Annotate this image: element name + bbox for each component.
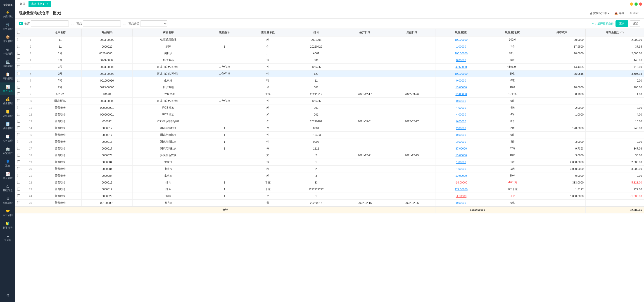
row-checkbox[interactable] [17, 65, 20, 68]
maximize-button[interactable] [634, 3, 638, 6]
sidebar-item-new-guide[interactable]: 🔰 新手引导 [0, 219, 16, 232]
cell-qty-main[interactable]: 0.00000 [435, 57, 487, 64]
sidebar-item-ops[interactable]: 📈 经营管理 [0, 170, 16, 182]
row-checkbox[interactable] [17, 113, 20, 116]
row-checkbox[interactable] [17, 188, 20, 191]
row-checkbox[interactable] [17, 86, 20, 89]
sidebar-item-wholesale[interactable]: 📦 批发管理 [0, 33, 16, 45]
cell-qty-main[interactable]: -16.00000 [435, 179, 487, 186]
row-checkbox[interactable] [17, 161, 20, 163]
row-checkbox[interactable] [17, 174, 20, 177]
row-checkbox[interactable] [17, 79, 20, 82]
cell-qty-main[interactable]: 10.00000 [435, 152, 487, 159]
table-row: 17 普普粉仓 0000017 测试电筒批次 1 件 1111 87.00000… [16, 145, 644, 152]
row-checkbox[interactable] [17, 147, 20, 150]
cell-qty-main[interactable]: 100.00000 [435, 70, 487, 77]
filter-expand-arrow[interactable]: ▶ [19, 22, 22, 25]
sidebar-item-quick-nav[interactable]: ⚡ 快捷导航 [0, 8, 16, 20]
row-checkbox[interactable] [17, 201, 20, 204]
row-checkbox[interactable] [17, 167, 20, 170]
row-checkbox[interactable] [17, 133, 20, 136]
row-checkbox[interactable] [17, 58, 20, 61]
cell-qty-main[interactable]: 4.00000 [435, 111, 487, 118]
close-button[interactable] [639, 3, 642, 6]
sidebar-item-hr[interactable]: 👤 工资 [0, 157, 16, 170]
row-checkbox[interactable] [17, 72, 20, 75]
expand-conditions-btn[interactable]: ∨ ∨ 展开更多条件 [592, 22, 614, 26]
sidebar-item-base-info[interactable]: 🗂 基础信息 [0, 182, 16, 194]
table-row: 23 普普粉仓 0000012 批号 1 千克 1222222222 122.0… [16, 186, 644, 193]
wholesale-icon: 📦 [6, 35, 10, 39]
cell-qty-main[interactable]: 1.00000 [435, 166, 487, 172]
row-checkbox[interactable] [17, 126, 20, 129]
cell-unit-cost [538, 132, 586, 138]
cell-qty-main[interactable]: 3.00000 [435, 138, 487, 145]
category-select[interactable] [140, 20, 168, 27]
row-checkbox[interactable] [17, 181, 20, 184]
total-cost-info-icon[interactable]: i [620, 31, 624, 34]
cell-qty-main[interactable]: 100.00000 [435, 50, 487, 57]
row-checkbox[interactable] [17, 140, 20, 143]
cell-qty-main[interactable]: 87.00000 [435, 145, 487, 152]
cell-total-cost [586, 132, 644, 138]
setting-button[interactable]: 设置 [630, 20, 640, 27]
sidebar-item-mini-shop[interactable]: 🛍 小粒电商 [0, 45, 16, 58]
product-input[interactable] [83, 20, 121, 27]
row-checkbox[interactable] [17, 52, 20, 55]
sidebar-item-purchase[interactable]: 📋 采购管理 [0, 70, 16, 82]
sidebar-item-sys-mgmt[interactable]: ⚙ 系统管理 [0, 194, 16, 207]
footer-empty2 [538, 206, 586, 213]
cell-qty-main[interactable]: 10.00000 [435, 172, 487, 179]
row-checkbox[interactable] [17, 45, 20, 48]
sidebar-item-general-ledger[interactable]: 📒 总账管理 [0, 107, 16, 120]
sidebar-item-cloud-app[interactable]: ☁ 云应用 [0, 232, 16, 244]
row-checkbox[interactable] [17, 38, 20, 41]
row-checkbox[interactable] [17, 92, 20, 95]
tab-home[interactable]: 首页 [17, 1, 28, 7]
warehouse-input[interactable] [31, 20, 69, 27]
minimize-button[interactable] [630, 3, 633, 6]
cell-qty-main[interactable]: 1.00000 [435, 159, 487, 166]
cell-qty-main[interactable]: 10.00000 [435, 91, 487, 98]
th-unit-cost: 结存成本 [538, 29, 586, 37]
sidebar-logo[interactable]: 搜索菜单 [0, 2, 16, 8]
sidebar-item-retail[interactable]: 🛒 零售管理 [0, 20, 16, 33]
cell-exp-date [388, 159, 436, 166]
sidebar-item-settings[interactable]: ⚙ [6, 291, 10, 300]
cell-qty-main[interactable]: 122.00000 [435, 186, 487, 193]
cell-qty-main[interactable]: 10.00000 [435, 84, 487, 91]
sidebar-item-ecommerce[interactable]: 💻 电商管理 [0, 58, 16, 70]
tab-close-icon[interactable]: × [46, 3, 48, 5]
sidebar-item-tax[interactable]: 📑 税务管理 [0, 132, 16, 145]
finance-icon: 💰 [6, 97, 10, 101]
cell-qty-main[interactable]: 0.00000 [435, 118, 487, 125]
cell-qty-main[interactable]: 0.00000 [435, 98, 487, 104]
cell-qty-main[interactable]: 4.00000 [435, 104, 487, 111]
cell-qty-main[interactable]: 0.00000 [435, 77, 487, 84]
sidebar-item-inventory[interactable]: 📊 库存核算 [0, 82, 16, 95]
sidebar-item-invoice[interactable]: 🧾 发票管理 [0, 120, 16, 132]
display-button[interactable]: 👁 显示 [628, 11, 640, 16]
sidebar-item-fixed-assets[interactable]: 🏢 固定资产 [0, 145, 16, 157]
row-checkbox[interactable] [17, 154, 20, 157]
select-all-checkbox[interactable] [17, 31, 20, 34]
cell-qty-main[interactable]: 0.00000 [435, 132, 487, 138]
cell-prod-date [341, 172, 388, 179]
search-button[interactable]: 查询 [616, 20, 628, 27]
tab-inventory-batch[interactable]: 库存批次▲ × [28, 1, 51, 7]
cell-exp-date [388, 98, 436, 104]
export-button[interactable]: 📤 导出 [612, 11, 626, 16]
row-checkbox[interactable] [17, 99, 20, 102]
row-checkbox[interactable] [17, 194, 20, 197]
sidebar-item-collab[interactable]: 🤝 企业协同 [0, 207, 16, 219]
cell-qty-main[interactable]: 100.00000 [435, 37, 487, 43]
print-button[interactable]: 🖨 按模板打印 ▾ [588, 11, 611, 16]
cell-qty-main[interactable]: 0.00000 [435, 200, 487, 207]
cell-qty-main[interactable]: -1.00000 [435, 193, 487, 200]
row-checkbox[interactable] [17, 106, 20, 109]
sidebar-item-finance[interactable]: 💰 资金管理 [0, 95, 16, 107]
row-checkbox[interactable] [17, 120, 20, 122]
cell-qty-main[interactable]: 49.60000 [435, 64, 487, 70]
cell-qty-main[interactable]: 1.00000 [435, 43, 487, 50]
cell-qty-main[interactable]: 2.00000 [435, 125, 487, 132]
